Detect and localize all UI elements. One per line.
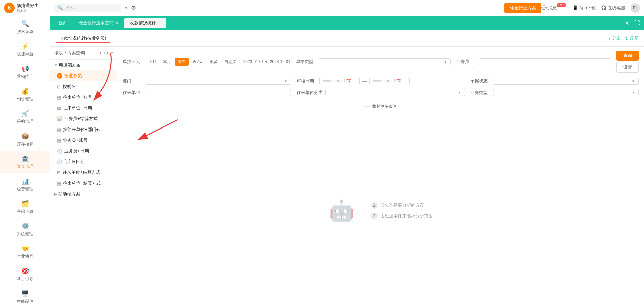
sidebar-label-sales: 销售管理 — [17, 96, 33, 102]
add-scheme-button[interactable]: + — [99, 50, 102, 56]
collapse-label: 收起更多条件 — [372, 104, 396, 109]
sidebar-item-sales[interactable]: 💰 销售管理 — [0, 84, 50, 106]
sidebar-item-inventory[interactable]: 📦 库存核算 — [0, 129, 50, 151]
message-button[interactable]: 💬 消息 99+ — [541, 5, 567, 11]
panel-collapse-button[interactable]: « — [110, 50, 113, 56]
tree-item-unit-payment1[interactable]: ⊞ 往来单位+结算方式 — [50, 167, 117, 178]
biz-type-arrow: ▼ — [632, 91, 635, 94]
tree-item-salesman-date[interactable]: 🕐 业务员+日期 — [50, 146, 117, 156]
user-avatar[interactable]: Rit — [631, 3, 640, 13]
date-tab-this-month[interactable]: 本月 — [160, 58, 174, 66]
date-tab-7days[interactable]: 近7天 — [190, 58, 206, 66]
tree-item-salesman[interactable]: ● 按业务员 — [50, 70, 117, 81]
date-tab-custom[interactable]: 自定义 — [222, 58, 239, 66]
search-row-3: 往来单位 ··· 往来单位分类 ▼ — [123, 89, 639, 96]
tree-item-detail[interactable]: ⊞ 按明细 — [50, 81, 117, 92]
calendar-icon-to: 📅 — [396, 79, 401, 83]
quick-nav-icon: ⚡ — [21, 43, 29, 50]
partner-category-select[interactable]: ▼ — [325, 89, 465, 96]
doc-status-select[interactable]: ▼ — [493, 78, 639, 85]
sidebar-item-finance[interactable]: 🏦 资金管理 — [0, 151, 50, 173]
tree-item-unit-dept-label: 按往来单位+部门+收... — [63, 126, 107, 133]
hint-num-2: 2 — [371, 213, 378, 219]
settings-button[interactable]: 设置 — [616, 62, 639, 73]
tree-item-unit-date[interactable]: ▦ 往来单位+日期 — [50, 103, 117, 113]
sidebar-item-marketing[interactable]: 📢 营销推广 — [0, 61, 50, 84]
tab-receipt[interactable]: 收款情况统计 ✕ — [124, 18, 166, 28]
online-service-button[interactable]: 🎧 在线客服 — [601, 5, 625, 11]
tab-close-all[interactable]: ✕ — [624, 19, 631, 28]
sidebar-item-purchase[interactable]: 🛒 采购管理 — [0, 106, 50, 129]
tab-maximize[interactable]: ⛶ — [633, 19, 641, 28]
date-field-group: 单据日期 上月 本月 本年 近7天 更多 自定义 2023-01-01 — [123, 58, 290, 66]
review-date-to[interactable]: yyyy-mm-dd 📅 — [369, 77, 410, 85]
sidebar-item-operation[interactable]: 📊 经营管理 — [0, 173, 50, 196]
tree-item-unit-payment2-label: 往来单位+结算方式 — [63, 180, 101, 186]
dropdown-icon[interactable]: ▼ — [124, 5, 128, 10]
tab-bank-close[interactable]: ✕ — [115, 21, 118, 25]
sidebar-item-quick[interactable]: ⚡ 快捷导航 — [0, 39, 50, 61]
unit-dept-icon: ▦ — [57, 127, 61, 132]
search-box[interactable]: 🔍 搜索... — [54, 4, 121, 12]
doc-status-field-group: 单据状态 ▼ — [470, 78, 639, 85]
sidebar-label-marketing: 营销推广 — [17, 74, 33, 80]
partner-arrow: ··· — [285, 91, 287, 94]
header-search-area: 🔍 搜索... ▼ ⚙ — [54, 4, 504, 12]
sidebar-item-guide[interactable]: 🎯 新手引导 — [0, 263, 50, 286]
tree-item-dept-date[interactable]: 🕐 部门+日期 — [50, 156, 117, 167]
tree-item-unit-dept[interactable]: ▦ 按往来单位+部门+收... — [50, 124, 117, 135]
date-tab-more[interactable]: 更多 — [207, 58, 220, 66]
sidebar-item-enterprise[interactable]: 🤝 企业协同 — [0, 241, 50, 263]
partner-select[interactable]: ··· — [146, 89, 291, 96]
doc-type-arrow: ▼ — [444, 60, 447, 64]
sidebar-item-basic[interactable]: 🗂️ 基础信息 — [0, 196, 50, 218]
tree-item-salesman-payment[interactable]: 📊 业务员+结算方式 — [50, 113, 117, 124]
logo-badge: 标准版 — [17, 9, 39, 13]
active-scheme-icon: ● — [57, 73, 62, 79]
tab-home[interactable]: 首页 — [53, 18, 72, 28]
date-tab-last-month[interactable]: 上月 — [146, 58, 159, 66]
query-button[interactable]: 查询 — [616, 51, 639, 61]
export-label: 导出 — [612, 35, 621, 41]
date-label: 单据日期 — [123, 59, 143, 65]
collapse-bar[interactable]: ∧∧ 收起更多条件 — [117, 100, 644, 113]
sidebar-label-hardware: 智能硬件 — [17, 299, 33, 304]
app-download-button[interactable]: 📱 App下载 — [573, 5, 596, 11]
logo-icon: 6 — [4, 3, 15, 13]
dept-select[interactable]: ▼ — [146, 78, 291, 85]
tab-bar: 首页 现金银行流水查询 ✕ 收款情况统计 ✕ ✕ ⛶ — [50, 16, 644, 30]
tab-bank[interactable]: 现金银行流水查询 ✕ — [73, 18, 124, 28]
scheme-settings-icon[interactable]: ⚙ — [104, 50, 108, 56]
tree-item-unit-payment2[interactable]: ▦ 往来单位+结算方式 — [50, 178, 117, 189]
gear-icon[interactable]: ⚙ — [131, 5, 136, 11]
export-button[interactable]: ↑ 导出 — [609, 35, 621, 41]
doc-type-select[interactable]: ▼ — [319, 58, 451, 65]
tab-receipt-label: 收款情况统计 — [130, 20, 156, 26]
search-menu-icon: 🔍 — [21, 20, 29, 28]
review-date-from[interactable]: yyyy-mm-dd 📅 — [319, 77, 360, 85]
right-content: 单据日期 上月 本月 本年 近7天 更多 自定义 2023-01-01 — [117, 47, 644, 308]
hint-num-1: 1 — [371, 202, 378, 209]
tree-parent-desktop[interactable]: ▼ 电脑端方案 — [50, 60, 117, 70]
dept-date-icon: 🕐 — [57, 159, 62, 164]
biz-type-select[interactable]: ▼ — [493, 89, 639, 96]
sidebar-item-system[interactable]: ⚙️ 系统管理 — [0, 218, 50, 241]
tree-item-unit-account[interactable]: ▦ 往来单位+账号 — [50, 92, 117, 103]
sidebar-item-search[interactable]: 🔍 搜索菜单 — [0, 16, 50, 39]
tab-receipt-close[interactable]: ✕ — [158, 21, 161, 25]
refresh-button[interactable]: ↻ 刷新 — [625, 35, 639, 41]
trial-button[interactable]: 体验行业方案 — [504, 3, 541, 13]
search-icon: 🔍 — [58, 5, 63, 10]
inventory-icon: 📦 — [21, 133, 29, 140]
salesman-select[interactable]: ··· — [479, 58, 611, 65]
tree-parent-mobile[interactable]: ▶ 移动端方案 — [50, 189, 117, 199]
hardware-icon: 🖥️ — [21, 290, 29, 297]
sidebar-item-hardware[interactable]: 🖥️ 智能硬件 — [0, 286, 50, 308]
action-buttons: 查询 设置 — [616, 51, 639, 73]
search-row-2: 部门 ▼ 审核日期 yyyy-mm-dd 📅 — [123, 77, 639, 85]
sidebar-label-inventory: 库存核算 — [17, 141, 33, 147]
date-tab-this-year[interactable]: 本年 — [175, 58, 189, 66]
basic-icon: 🗂️ — [21, 200, 29, 207]
doc-status-label: 单据状态 — [470, 78, 490, 84]
tree-item-salesman-account[interactable]: ▦ 业务员+账号 — [50, 135, 117, 146]
